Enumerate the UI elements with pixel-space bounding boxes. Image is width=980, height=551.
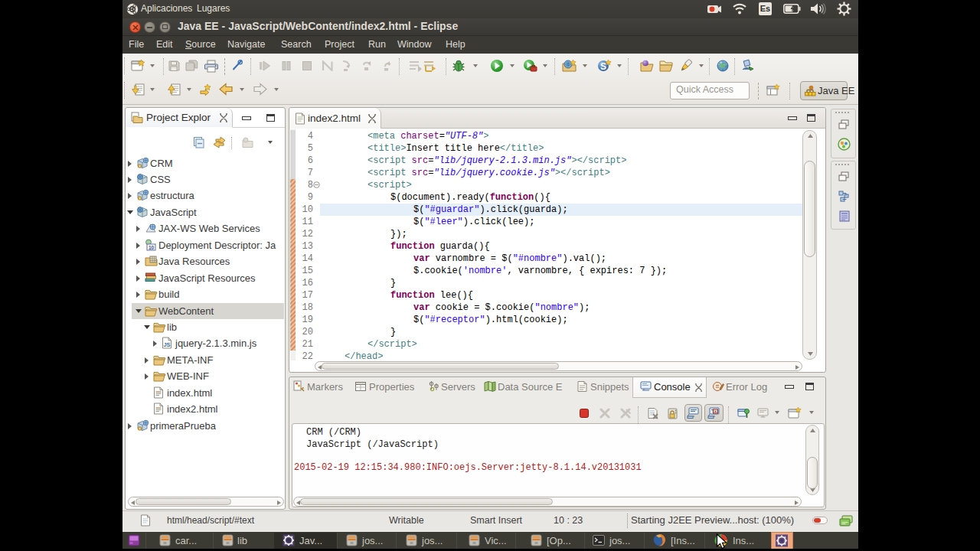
svg-text:S: S xyxy=(600,61,606,72)
svg-text:10: 10 xyxy=(149,244,155,249)
svg-text:JS: JS xyxy=(163,341,170,348)
